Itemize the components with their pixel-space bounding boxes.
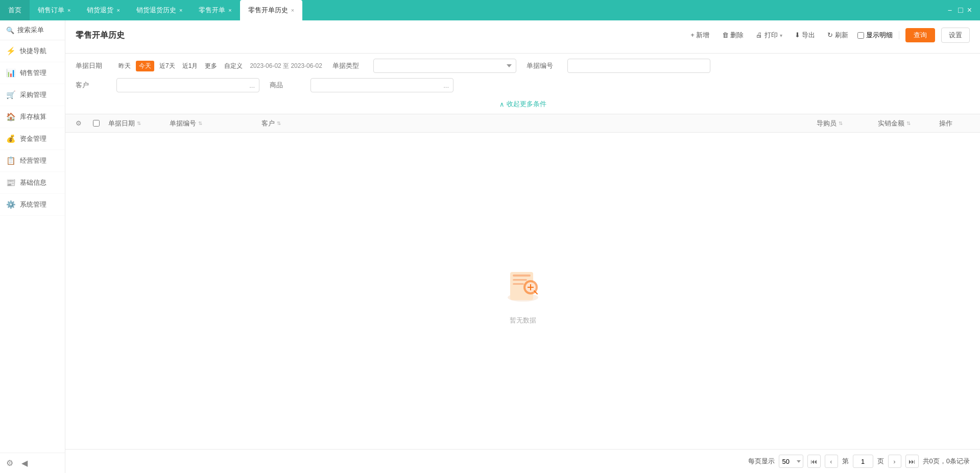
inventory-icon: 🏠 [6,112,16,121]
sidebar-bottom: ⚙ ◀ [0,453,65,473]
date-yesterday[interactable]: 昨天 [116,61,133,71]
table-area: ⚙ 单据日期 ⇅ 单据编号 ⇅ 客户 ⇅ 导购员 ⇅ [65,114,980,449]
sidebar-item-system[interactable]: ⚙️ 系统管理 [0,194,65,216]
col-billno[interactable]: 单据编号 ⇅ [165,119,257,128]
collapse-toggle[interactable]: ∧ 收起更多条件 [76,97,970,109]
system-icon: ⚙️ [6,200,16,209]
bill-no-label: 单据编号 [527,61,557,70]
date-today[interactable]: 今天 [136,61,154,71]
page-of-label: 页 [877,457,884,466]
sidebar-item-operations[interactable]: 📋 经营管理 [0,150,65,172]
select-all-checkbox[interactable] [93,120,100,127]
page-header-top: 零售开单历史 + 新增 🗑 删除 🖨 打印 ▾ ⬇ 导出 [76,28,970,43]
sidebar-item-sales[interactable]: 📊 销售管理 [0,62,65,84]
query-button[interactable]: 查询 [905,28,935,42]
tab-retail-open-history-close[interactable]: × [291,7,294,13]
sidebar-item-inventory[interactable]: 🏠 库存核算 [0,106,65,128]
tab-sales-order[interactable]: 销售订单 × [30,0,79,20]
refresh-button[interactable]: ↻ 刷新 [824,29,851,42]
customer-input[interactable] [121,82,249,89]
bill-no-input[interactable] [567,59,710,73]
tab-sales-return-close[interactable]: × [116,7,119,13]
sidebar-item-finance[interactable]: 💰 资金管理 [0,128,65,150]
svg-rect-3 [513,279,527,281]
table-settings-icon[interactable]: ⚙ [69,119,88,127]
tab-retail-open-close[interactable]: × [228,7,231,13]
collapse-icon: ∧ [499,101,505,108]
maximize-button[interactable]: □ [958,6,963,15]
date-more[interactable]: 更多 [203,61,219,71]
prev-page-button[interactable]: ‹ [825,455,838,468]
col-date[interactable]: 单据日期 ⇅ [104,119,165,128]
quick-nav-icon: ⚡ [6,46,16,56]
sort-salesperson-icon: ⇅ [839,120,843,126]
date-last-month[interactable]: 近1月 [180,61,200,71]
finance-icon: 💰 [6,134,16,143]
tab-retail-open-history[interactable]: 零售开单历史 × [240,0,302,20]
sidebar-item-purchase[interactable]: 🛒 采购管理 [0,84,65,106]
tab-sales-order-close[interactable]: × [67,7,70,13]
filter-row-2: 客户 ... 商品 ... [76,78,970,92]
select-all-checkbox-cell[interactable] [88,120,104,127]
col-customer[interactable]: 客户 ⇅ [257,119,812,128]
pagination-bar: 每页显示 50 10 20 100 ⏮ ‹ 第 页 › ⏭ 共0页，0条记录 [65,449,980,473]
page-summary: 共0页，0条记录 [923,457,970,466]
display-detail-checkbox[interactable] [857,32,864,39]
page-label: 第 [842,457,849,466]
customer-filter[interactable]: ... [116,78,259,92]
col-action: 操作 [935,119,976,128]
add-button[interactable]: + 新增 [687,29,712,42]
sidebar-item-purchase-label: 采购管理 [20,90,46,99]
table-header: ⚙ 单据日期 ⇅ 单据编号 ⇅ 客户 ⇅ 导购员 ⇅ [65,114,980,133]
col-salesperson[interactable]: 导购员 ⇅ [812,119,874,128]
last-page-button[interactable]: ⏭ [905,455,919,468]
svg-rect-4 [513,283,524,285]
tab-bar: 首页 销售订单 × 销货退货 × 销货退货历史 × 零售开单 × 零售开单历史 … [0,0,980,20]
sort-amount-icon: ⇅ [906,120,911,126]
customer-dots[interactable]: ... [249,82,255,89]
bill-type-select[interactable] [373,59,516,73]
date-custom[interactable]: 自定义 [222,61,245,71]
sidebar-settings-icon[interactable]: ⚙ [6,458,13,468]
tab-sales-return-history-close[interactable]: × [179,7,182,13]
empty-text: 暂无数据 [510,316,536,325]
sort-date-icon: ⇅ [137,120,141,126]
empty-state: 暂无数据 [65,133,980,449]
tab-sales-return[interactable]: 销货退货 × [79,0,128,20]
sidebar: 🔍 搜索采单 ⚡ 快捷导航 📊 销售管理 🛒 采购管理 🏠 库存核算 💰 资金管… [0,20,65,473]
date-range-display: 2023-06-02 至 2023-06-02 [250,62,322,70]
tab-sales-return-history[interactable]: 销货退货历史 × [128,0,190,20]
date-last7[interactable]: 近7天 [157,61,177,71]
col-amount[interactable]: 实销金额 ⇅ [874,119,935,128]
date-filter-label: 单据日期 [76,61,106,70]
goods-label: 商品 [270,81,300,90]
print-button[interactable]: 🖨 打印 ▾ [753,29,785,42]
first-page-button[interactable]: ⏮ [807,455,821,468]
goods-filter[interactable]: ... [310,78,453,92]
print-dropdown-icon: ▾ [780,33,782,38]
page-number-input[interactable] [853,455,873,468]
tab-home[interactable]: 首页 [0,0,30,20]
settings-button[interactable]: 设置 [941,28,970,43]
minimize-button[interactable]: － [946,5,954,16]
delete-button[interactable]: 🗑 删除 [719,29,747,42]
per-page-select[interactable]: 50 10 20 100 [779,455,803,468]
goods-input[interactable] [315,82,443,89]
sort-customer-icon: ⇅ [277,120,281,126]
page-header: 零售开单历史 + 新增 🗑 删除 🖨 打印 ▾ ⬇ 导出 [65,20,980,54]
sidebar-collapse-icon[interactable]: ◀ [21,458,28,468]
date-options: 昨天 今天 近7天 近1月 更多 自定义 2023-06-02 至 2023-0… [116,61,322,71]
close-button[interactable]: × [967,6,972,15]
sidebar-item-basic-info[interactable]: 📰 基础信息 [0,172,65,194]
filter-row-1: 单据日期 昨天 今天 近7天 近1月 更多 自定义 2023-06-02 至 2… [76,59,970,73]
content: 零售开单历史 + 新增 🗑 删除 🖨 打印 ▾ ⬇ 导出 [65,20,980,473]
per-page-label: 每页显示 [748,457,775,466]
goods-dots[interactable]: ... [443,82,449,89]
sidebar-search[interactable]: 🔍 搜索采单 [0,20,65,40]
display-detail-toggle[interactable]: 显示明细 [857,31,893,40]
sidebar-item-quick-nav[interactable]: ⚡ 快捷导航 [0,40,65,62]
next-page-button[interactable]: › [888,455,901,468]
window-controls: － □ × [946,5,980,16]
export-button[interactable]: ⬇ 导出 [792,29,819,42]
tab-retail-open[interactable]: 零售开单 × [190,0,240,20]
